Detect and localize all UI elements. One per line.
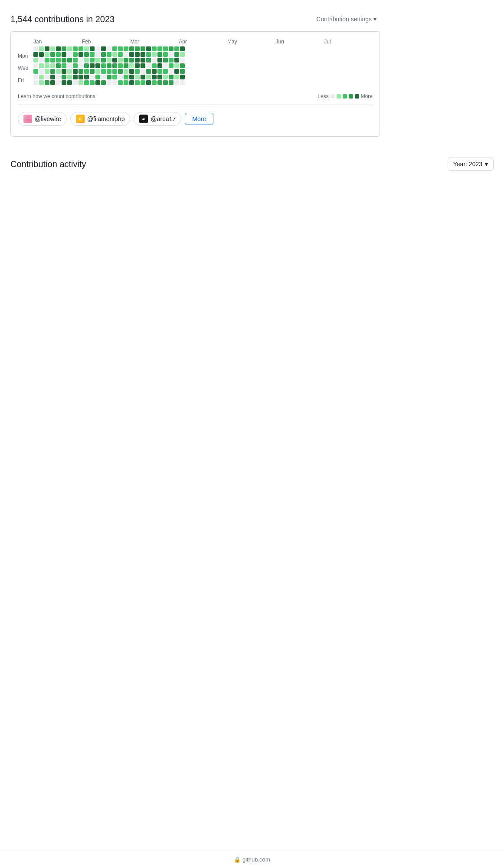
contribution-cell: [141, 75, 145, 79]
month-feb: Feb: [82, 39, 131, 45]
livewire-avatar: [23, 115, 32, 123]
contribution-cell: [90, 46, 95, 51]
org-tag-filamentphp[interactable]: F @filamentphp: [70, 112, 131, 126]
contribution-cell: [174, 58, 179, 62]
contribution-cell: [33, 80, 38, 85]
contribution-cell: [90, 63, 95, 68]
contribution-cell: [112, 80, 117, 85]
contribution-cell: [79, 46, 83, 51]
day-labels: Mon Wed Fri: [18, 46, 33, 90]
contribution-cell: [141, 69, 145, 74]
contribution-cell: [118, 52, 123, 57]
contribution-cell: [174, 75, 179, 79]
contribution-cell: [62, 69, 66, 74]
contribution-cell: [95, 46, 100, 51]
contribution-cell: [101, 63, 106, 68]
contribution-cell: [67, 58, 72, 62]
contribution-cell: [118, 46, 123, 51]
contribution-grid: [33, 46, 185, 85]
livewire-handle: @livewire: [35, 115, 61, 122]
contribution-cell: [169, 63, 173, 68]
contribution-cell: [124, 52, 128, 57]
legend-cell-4: [355, 94, 359, 99]
contribution-cell: [73, 80, 78, 85]
contribution-cell: [33, 46, 38, 51]
contribution-cell: [169, 75, 173, 79]
org-tag-area17[interactable]: A/ @area17: [134, 112, 181, 126]
contribution-cell: [169, 58, 173, 62]
contribution-cell: [84, 63, 89, 68]
contribution-cell: [95, 75, 100, 79]
contribution-cell: [62, 75, 66, 79]
legend-scale: Less More: [317, 93, 373, 99]
contribution-cell: [169, 69, 173, 74]
footer-url: github.com: [242, 856, 270, 863]
contribution-cell: [157, 75, 162, 79]
contribution-cell: [73, 52, 78, 57]
contribution-cell: [169, 46, 173, 51]
contribution-settings-button[interactable]: Contribution settings ▾: [313, 14, 380, 24]
contribution-cell: [163, 75, 168, 79]
contribution-cell: [135, 63, 140, 68]
footer: 🔒 github.com: [0, 851, 504, 868]
contribution-cell: [45, 75, 49, 79]
contribution-cell: [62, 63, 66, 68]
contribution-cell: [33, 69, 38, 74]
contribution-cell: [39, 63, 44, 68]
contribution-cell: [107, 46, 111, 51]
contribution-cell: [174, 63, 179, 68]
contribution-cell: [84, 52, 89, 57]
contribution-cell: [73, 63, 78, 68]
contribution-cell: [135, 75, 140, 79]
contribution-cell: [56, 58, 61, 62]
svg-point-3: [27, 118, 27, 118]
contribution-cell: [174, 69, 179, 74]
contribution-cell: [90, 58, 95, 62]
learn-contributions-link[interactable]: Learn how we count contributions: [18, 93, 95, 99]
year-select-button[interactable]: Year: 2023 ▾: [448, 158, 494, 171]
contribution-activity-section: Contribution activity Year: 2023 ▾: [0, 158, 504, 171]
contribution-cell: [174, 80, 179, 85]
contribution-cell: [141, 80, 145, 85]
org-tag-livewire[interactable]: @livewire: [18, 112, 67, 126]
contribution-cell: [152, 75, 157, 79]
contribution-cell: [56, 63, 61, 68]
contribution-cell: [79, 80, 83, 85]
contribution-cell: [163, 69, 168, 74]
contribution-cell: [45, 52, 49, 57]
contribution-cell: [118, 69, 123, 74]
contribution-cell: [152, 69, 157, 74]
contribution-cell: [146, 75, 151, 79]
contribution-cell: [50, 63, 55, 68]
contribution-cell: [135, 69, 140, 74]
contribution-cell: [95, 63, 100, 68]
contribution-cell: [152, 80, 157, 85]
contribution-cell: [107, 52, 111, 57]
contribution-cell: [101, 80, 106, 85]
contribution-cell: [107, 69, 111, 74]
contribution-cell: [135, 80, 140, 85]
contribution-cell: [112, 46, 117, 51]
contribution-cell: [163, 80, 168, 85]
contribution-cell: [73, 69, 78, 74]
contribution-cell: [90, 80, 95, 85]
contribution-cell: [62, 80, 66, 85]
day-label-mon: Mon: [18, 53, 33, 59]
contribution-cell: [56, 52, 61, 57]
contribution-cell: [146, 46, 151, 51]
contribution-cell: [152, 63, 157, 68]
area17-handle: @area17: [151, 115, 176, 122]
contribution-cell: [141, 46, 145, 51]
contribution-cell: [45, 80, 49, 85]
contribution-cell: [129, 46, 134, 51]
contribution-cell: [73, 58, 78, 62]
dropdown-icon: ▾: [373, 16, 376, 23]
more-orgs-button[interactable]: More: [185, 113, 213, 125]
grid-area: Mon Wed Fri: [18, 46, 373, 90]
contribution-cell: [33, 75, 38, 79]
svg-point-4: [29, 118, 29, 118]
contribution-cell: [33, 52, 38, 57]
contributions-header: 1,544 contributions in 2023 Contribution…: [10, 14, 380, 24]
contribution-cell: [45, 46, 49, 51]
contribution-cell: [39, 80, 44, 85]
